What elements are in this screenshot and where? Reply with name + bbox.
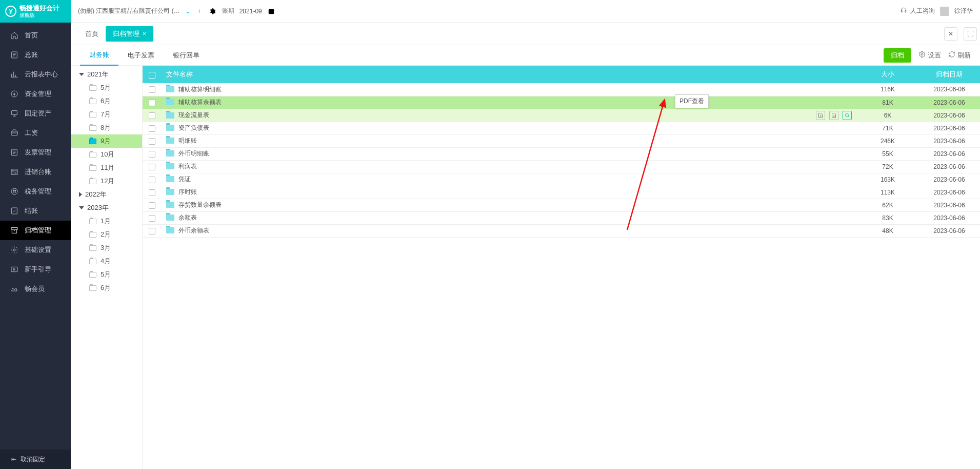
file-name: 辅助核算余额表 [178, 98, 222, 107]
tree-month[interactable]: 9月 [71, 134, 142, 148]
archive-icon [10, 226, 18, 234]
view-pdf-icon[interactable] [843, 111, 852, 120]
nav-label: 税务管理 [25, 187, 51, 196]
calendar-icon[interactable] [267, 7, 275, 15]
tree-month[interactable]: 5月 [71, 81, 142, 94]
nav-item-guide[interactable]: 新手引导 [0, 260, 71, 279]
row-checkbox[interactable] [149, 100, 155, 106]
table-row[interactable]: 序时账113K2023-06-06 [143, 186, 980, 199]
nav-item-settings[interactable]: 基础设置 [0, 240, 71, 260]
tree-month[interactable]: 5月 [71, 268, 142, 281]
chevron-down-icon[interactable]: ⌄ [185, 8, 190, 15]
tree-month[interactable]: 12月 [71, 174, 142, 188]
table-row[interactable]: 资产负债表71K2023-06-06 [143, 122, 980, 134]
close-all-tabs-button[interactable]: ✕ [944, 27, 957, 41]
download-excel-icon[interactable] [816, 111, 825, 120]
tree-year[interactable]: 2023年 [71, 201, 142, 214]
table-row[interactable]: 辅助核算余额表81K2023-06-06 [143, 96, 980, 109]
tree-month[interactable]: 10月 [71, 148, 142, 161]
folder-icon [166, 150, 174, 157]
fullscreen-button[interactable]: ⛶ [964, 27, 977, 41]
archive-button[interactable]: 归档 [884, 48, 911, 63]
refresh-link[interactable]: 刷新 [948, 51, 971, 60]
page-tab[interactable]: 归档管理× [106, 26, 153, 42]
svg-point-6 [11, 188, 17, 194]
sidebar-unpin[interactable]: ⇤ 取消固定 [0, 450, 71, 469]
add-icon[interactable]: ＋ [195, 7, 204, 15]
file-name: 明细账 [178, 136, 197, 145]
table-row[interactable]: 外币明细账55K2023-06-06 [143, 147, 980, 160]
table-row[interactable]: 凭证163K2023-06-06 [143, 173, 980, 186]
table-row[interactable]: 现金流量表6K2023-06-06 [143, 109, 980, 122]
table-row[interactable]: 存货数量余额表62K2023-06-06 [143, 199, 980, 211]
org-selector[interactable]: (勿删) 江西服宝精品有限责任公司 (… [78, 7, 180, 15]
row-checkbox[interactable] [149, 202, 155, 209]
tree-month[interactable]: 3月 [71, 241, 142, 255]
file-name: 存货数量余额表 [178, 201, 222, 209]
nav-item-invoice[interactable]: 发票管理 [0, 143, 71, 162]
row-checkbox[interactable] [149, 138, 155, 145]
nav-item-salary[interactable]: 工资 [0, 123, 71, 143]
folder-icon [166, 176, 174, 182]
folder-icon [89, 285, 96, 291]
nav-item-tax[interactable]: 税务管理 [0, 182, 71, 201]
tree-month[interactable]: 11月 [71, 161, 142, 174]
folder-icon [166, 227, 174, 233]
row-checkbox[interactable] [149, 151, 155, 158]
archive-date: 2023-06-06 [918, 186, 980, 199]
tree-year[interactable]: 2021年 [71, 68, 142, 81]
nav-item-archive[interactable]: 归档管理 [0, 221, 71, 240]
username[interactable]: 徐泽华 [954, 7, 973, 15]
subtab[interactable]: 财务账 [80, 45, 118, 66]
table-row[interactable]: 辅助核算明细账116K2023-06-06 [143, 83, 980, 96]
table-row[interactable]: 明细账246K2023-06-06 [143, 134, 980, 147]
settings-link[interactable]: 设置 [918, 51, 941, 60]
nav-item-assets[interactable]: 固定资产 [0, 104, 71, 123]
tree-month[interactable]: 8月 [71, 121, 142, 134]
consult-link[interactable]: 人工咨询 [900, 7, 935, 15]
refresh-icon [948, 51, 955, 60]
table-row[interactable]: 外币余额表48K2023-06-06 [143, 224, 980, 237]
svg-point-9 [13, 249, 15, 251]
archive-date: 2023-06-06 [918, 122, 980, 134]
table-row[interactable]: 利润表72K2023-06-06 [143, 160, 980, 173]
tree-month[interactable]: 4月 [71, 255, 142, 268]
row-checkbox[interactable] [149, 215, 155, 222]
tree-month[interactable]: 7月 [71, 108, 142, 121]
row-checkbox[interactable] [149, 112, 155, 119]
nav-item-member[interactable]: 畅会员 [0, 279, 71, 299]
header-checkbox[interactable] [143, 66, 161, 83]
download-pdf-icon[interactable] [829, 111, 838, 120]
subtab[interactable]: 银行回单 [164, 45, 209, 66]
tree-year[interactable]: 2022年 [71, 188, 142, 201]
row-checkbox[interactable] [149, 228, 155, 234]
row-checkbox[interactable] [149, 125, 155, 132]
table-row[interactable]: 余额表83K2023-06-06 [143, 211, 980, 224]
archive-date: 2023-06-06 [918, 173, 980, 186]
nav-item-closing[interactable]: 结账 [0, 201, 71, 221]
period-value[interactable]: 2021-09 [239, 8, 262, 15]
nav: 首页总账云报表中心资金管理固定资产工资发票管理进销台账税务管理结账归档管理基础设… [0, 23, 71, 450]
file-size: 163K [857, 173, 918, 186]
nav-item-funds[interactable]: 资金管理 [0, 84, 71, 104]
nav-item-home[interactable]: 首页 [0, 26, 71, 45]
gear-icon[interactable] [209, 7, 217, 15]
nav-item-report[interactable]: 云报表中心 [0, 65, 71, 84]
avatar[interactable] [940, 7, 949, 16]
row-checkbox[interactable] [149, 86, 155, 93]
close-icon[interactable]: × [143, 30, 146, 37]
page-tab[interactable]: 首页 [78, 26, 106, 42]
tree-month[interactable]: 2月 [71, 228, 142, 241]
svg-rect-12 [268, 9, 274, 13]
tree-month[interactable]: 1月 [71, 214, 142, 228]
nav-item-jxc[interactable]: 进销台账 [0, 162, 71, 182]
archive-date: 2023-06-06 [918, 147, 980, 160]
tree-month[interactable]: 6月 [71, 94, 142, 108]
tree-month[interactable]: 6月 [71, 281, 142, 295]
row-checkbox[interactable] [149, 189, 155, 196]
subtab[interactable]: 电子发票 [118, 45, 164, 66]
nav-label: 首页 [25, 31, 38, 40]
nav-item-ledger[interactable]: 总账 [0, 45, 71, 65]
row-checkbox[interactable] [149, 177, 155, 183]
row-checkbox[interactable] [149, 164, 155, 170]
